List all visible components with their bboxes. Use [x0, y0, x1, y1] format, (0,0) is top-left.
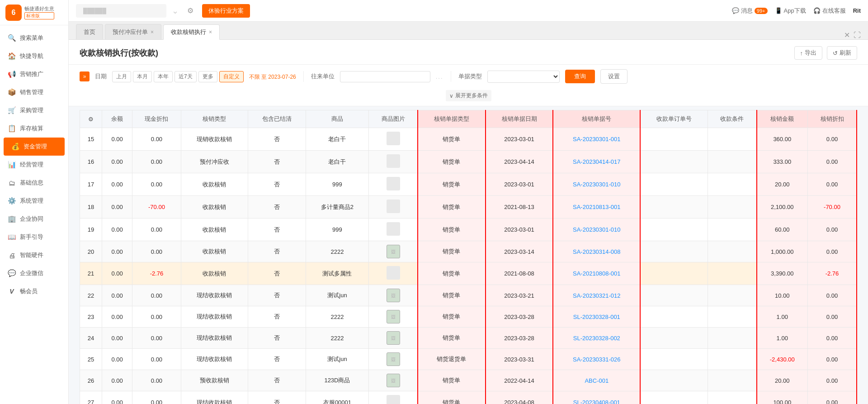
cell-verify-discount: 0.00 — [808, 173, 857, 196]
tab-home[interactable]: 首页 — [76, 24, 103, 39]
th-verify-discount: 核销折扣 — [808, 110, 857, 128]
sidebar-item-purchase[interactable]: 🛒 采购管理 — [0, 101, 68, 119]
query-button[interactable]: 查询 — [565, 70, 595, 83]
tab-collection-close[interactable]: × — [209, 29, 212, 35]
bill-no-link[interactable]: SA-20230331-026 — [573, 356, 621, 363]
date-btn-this-month[interactable]: 本月 — [133, 71, 152, 82]
sidebar-item-enterprise[interactable]: 🏢 企业协同 — [0, 210, 68, 228]
tab-prepay[interactable]: 预付冲应付单 × — [105, 24, 161, 39]
cell-bill-no[interactable]: SA-20230331-026 — [553, 349, 640, 370]
purchase-icon: 🛒 — [7, 106, 16, 115]
cell-bill-no[interactable]: SL-20230328-001 — [553, 306, 640, 328]
export-button[interactable]: ↑ 导出 — [794, 46, 823, 60]
expand-more-button[interactable]: ∨ 展开更多条件 — [446, 90, 491, 101]
cell-include-settled: 否 — [248, 262, 306, 285]
cell-include-settled: 否 — [248, 328, 306, 349]
cell-product: 2222 — [306, 306, 368, 328]
th-cash-discount: 现金折扣 — [132, 110, 181, 128]
topbar-search: ██████ — [76, 4, 166, 18]
sidebar-item-marketing[interactable]: 📢 营销推广 — [0, 65, 68, 83]
cell-bill-no[interactable]: SL-20230408-001 — [553, 391, 640, 404]
date-btn-last-month[interactable]: 上月 — [112, 71, 131, 82]
phone-icon: 📱 — [775, 7, 782, 14]
cell-balance: 0.00 — [102, 370, 132, 391]
online-support-area[interactable]: 🎧 在线客服 — [813, 7, 846, 15]
partner-input[interactable] — [340, 71, 430, 82]
sidebar-item-vip[interactable]: V 畅会员 — [0, 282, 68, 300]
user-name[interactable]: Rit — [853, 7, 861, 14]
sidebar-item-system[interactable]: ⚙️ 系统管理 — [0, 192, 68, 210]
cell-bill-no[interactable]: SL-20230328-002 — [553, 328, 640, 349]
sidebar-item-inventory[interactable]: 📋 库存核算 — [0, 119, 68, 138]
industry-solution-button[interactable]: 休验行业方案 — [202, 4, 250, 18]
bill-no-link[interactable]: ABC-001 — [585, 377, 609, 384]
filter-toggle-button[interactable]: » — [80, 71, 90, 81]
cell-product-img — [369, 151, 418, 173]
cell-verify-type: 现结收款核销 — [181, 285, 248, 306]
sidebar-item-finance[interactable]: 💰 资金管理 — [4, 138, 65, 156]
tab-prepay-close[interactable]: × — [151, 29, 154, 35]
cell-bill-no[interactable]: SA-20230301-010 — [553, 173, 640, 196]
bill-no-link[interactable]: SA-20230314-008 — [573, 248, 621, 255]
sidebar-item-operations[interactable]: 📊 经营管理 — [0, 156, 68, 174]
date-btn-this-year[interactable]: 本年 — [154, 71, 173, 82]
cell-verify-discount: 0.00 — [808, 391, 857, 404]
cell-verify-type: 预付冲应收 — [181, 151, 248, 173]
app-download-area[interactable]: 📱 App下载 — [775, 7, 806, 15]
sidebar-item-smart-hw[interactable]: 🖨 智能硬件 — [0, 246, 68, 264]
cell-bill-no[interactable]: SA-20230314-008 — [553, 241, 640, 262]
cell-bill-type: 销货单 — [418, 196, 486, 219]
cell-bill-no[interactable]: SA-20230414-017 — [553, 151, 640, 173]
cell-bill-no[interactable]: ABC-001 — [553, 370, 640, 391]
bill-no-link[interactable]: SL-20230408-001 — [573, 399, 620, 404]
table-container[interactable]: ⚙ 余额 现金折扣 核销类型 包含已结清 商品 商品图片 核销单据类型 核销单据… — [69, 110, 868, 404]
sidebar-item-basic-info[interactable]: 🗂 基础信息 — [0, 174, 68, 192]
bill-no-link[interactable]: SA-20230301-001 — [573, 136, 621, 143]
topbar: ██████ ⌄ ⚙ 休验行业方案 💬 消息 99+ 📱 App下载 🎧 在线客… — [69, 0, 868, 22]
cell-bill-no[interactable]: SA-20210813-001 — [553, 196, 640, 219]
bill-no-link[interactable]: SL-20230328-001 — [573, 314, 620, 320]
bill-no-link[interactable]: SA-20210813-001 — [573, 204, 621, 210]
refresh-button[interactable]: ↺ 刷新 — [827, 46, 857, 60]
date-btn-7days[interactable]: 近7天 — [175, 71, 197, 82]
date-btn-custom[interactable]: 自定义 — [219, 71, 244, 82]
bill-no-link[interactable]: SA-20230414-017 — [573, 158, 621, 165]
th-settings[interactable]: ⚙ — [80, 110, 102, 128]
bill-type-select[interactable] — [487, 71, 560, 83]
bill-no-link[interactable]: SA-20230301-010 — [573, 226, 621, 233]
sidebar-item-search[interactable]: 🔍 搜索菜单 — [0, 29, 68, 47]
setting-button[interactable]: 设置 — [600, 69, 627, 84]
close-all-button[interactable]: ✕ — [844, 31, 850, 39]
expand-tabs-button[interactable]: ⛶ — [854, 31, 861, 39]
cell-product-img — [369, 173, 418, 196]
date-btn-more[interactable]: 更多 — [198, 71, 217, 82]
cell-verify-type: 收款核销 — [181, 219, 248, 241]
sidebar-item-beginner[interactable]: 📖 新手引导 — [0, 228, 68, 246]
cell-cash-discount: 0.00 — [132, 151, 181, 173]
cell-bill-no[interactable]: SA-20230321-012 — [553, 285, 640, 306]
table-row: 17 0.00 0.00 收款核销 否 999 销货单 2023-03-01 S… — [80, 173, 857, 196]
cell-product: 测试jun — [306, 349, 368, 370]
cell-bill-no[interactable]: SA-20210808-001 — [553, 262, 640, 285]
sidebar-item-sales[interactable]: 📦 销售管理 — [0, 83, 68, 101]
bill-no-link[interactable]: SL-20230328-002 — [573, 335, 620, 342]
sidebar-item-quick-nav[interactable]: 🏠 快捷导航 — [0, 47, 68, 65]
sidebar-item-wechat-work[interactable]: 💬 企业微信 — [0, 264, 68, 282]
column-settings-icon[interactable]: ⚙ — [88, 116, 94, 123]
bill-no-link[interactable]: SA-20230321-012 — [573, 292, 621, 299]
notification-area[interactable]: 💬 消息 99+ — [732, 7, 768, 15]
bill-no-link[interactable]: SA-20210808-001 — [573, 270, 621, 277]
dropdown-arrow[interactable]: ⌄ — [172, 6, 179, 16]
cell-bill-no[interactable]: SA-20230301-010 — [553, 219, 640, 241]
tab-collection[interactable]: 收款核销执行 × — [163, 24, 220, 40]
cell-bill-date: 2023-03-01 — [486, 219, 553, 241]
cell-num: 16 — [80, 151, 102, 173]
gear-button[interactable]: ⚙ — [184, 5, 197, 17]
cell-balance: 0.00 — [102, 151, 132, 173]
cell-num: 20 — [80, 241, 102, 262]
system-icon: ⚙️ — [7, 196, 16, 205]
cell-bill-no[interactable]: SA-20230301-001 — [553, 128, 640, 151]
bill-no-link[interactable]: SA-20230301-010 — [573, 181, 621, 188]
cell-verify-type: 现销收款核销 — [181, 128, 248, 151]
th-product: 商品 — [306, 110, 368, 128]
